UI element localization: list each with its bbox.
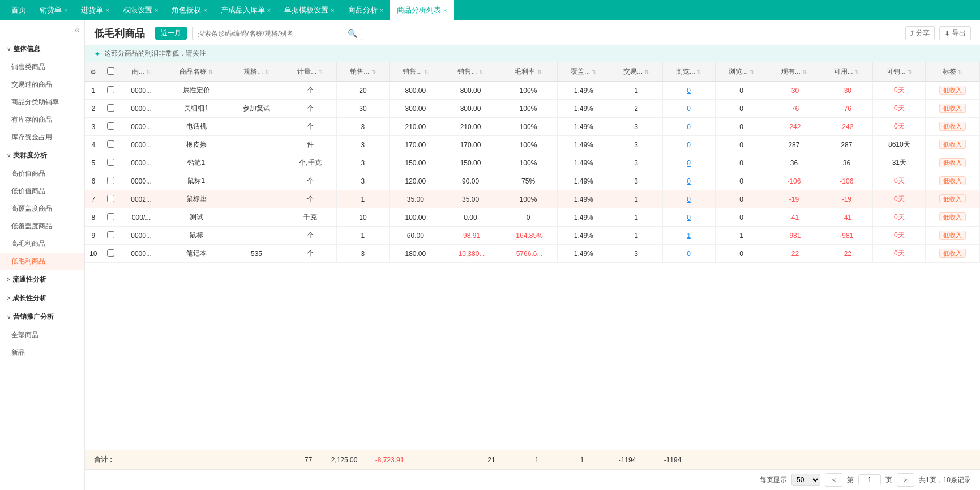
cell-view1[interactable]: 0 bbox=[662, 82, 715, 100]
row-checkbox[interactable] bbox=[107, 159, 114, 166]
cell-checkbox[interactable] bbox=[102, 118, 119, 136]
col-header-view1[interactable]: 浏览... ⇅ bbox=[662, 62, 715, 82]
sidebar-item-有库存的商品[interactable]: 有库存的商品 bbox=[0, 111, 84, 129]
col-header-code[interactable]: 商... ⇅ bbox=[119, 62, 164, 82]
sidebar-item-交易过的商品[interactable]: 交易过的商品 bbox=[0, 76, 84, 93]
select-all-checkbox[interactable] bbox=[107, 67, 114, 75]
cell-view1[interactable]: 1 bbox=[662, 227, 715, 245]
cell-view1[interactable]: 0 bbox=[662, 118, 715, 136]
row-checkbox[interactable] bbox=[107, 213, 114, 220]
row-checkbox[interactable] bbox=[107, 122, 114, 130]
row-checkbox[interactable] bbox=[107, 140, 114, 148]
nav-item-商品分析[interactable]: 商品分析× bbox=[341, 0, 390, 20]
nav-item-角色授权[interactable]: 角色授权× bbox=[165, 0, 213, 20]
col-header-trade[interactable]: 交易... ⇅ bbox=[610, 62, 662, 82]
cell-view1[interactable]: 0 bbox=[662, 136, 715, 154]
sidebar-item-新品[interactable]: 新品 bbox=[0, 344, 84, 361]
cell-tag[interactable]: 低收入 bbox=[926, 172, 980, 190]
cell-view1[interactable]: 0 bbox=[662, 172, 715, 190]
nav-close-icon[interactable]: × bbox=[331, 7, 334, 14]
sidebar-item-库存资金占用[interactable]: 库存资金占用 bbox=[0, 129, 84, 146]
nav-close-icon[interactable]: × bbox=[380, 7, 383, 14]
sidebar-group-title[interactable]: ∨营销推广分析 bbox=[0, 308, 84, 326]
col-header-settings[interactable]: ⚙ bbox=[85, 62, 102, 82]
col-header-unit[interactable]: 计量... ⇅ bbox=[284, 62, 337, 82]
col-header-view2[interactable]: 浏览... ⇅ bbox=[715, 62, 768, 82]
nav-item-商品分析列表[interactable]: 商品分析列表× bbox=[390, 0, 453, 20]
sidebar-group-title[interactable]: >流通性分析 bbox=[0, 270, 84, 289]
row-checkbox[interactable] bbox=[107, 104, 114, 112]
sidebar-item-高毛利商品[interactable]: 高毛利商品 bbox=[0, 235, 84, 253]
sidebar-item-低覆盖度商品[interactable]: 低覆盖度商品 bbox=[0, 218, 84, 235]
col-header-spec[interactable]: 规格... ⇅ bbox=[229, 62, 284, 82]
cell-view1[interactable]: 0 bbox=[662, 245, 715, 263]
col-header-coverage[interactable]: 覆盖... ⇅ bbox=[557, 62, 610, 82]
cell-tag[interactable]: 低收入 bbox=[926, 208, 980, 227]
sidebar-item-低毛利商品[interactable]: 低毛利商品 bbox=[0, 253, 84, 270]
col-header-sales_profit[interactable]: 销售... ⇅ bbox=[442, 62, 499, 82]
sidebar-item-商品分类助销率[interactable]: 商品分类助销率 bbox=[0, 93, 84, 111]
col-header-current[interactable]: 现有... ⇅ bbox=[768, 62, 820, 82]
row-checkbox[interactable] bbox=[107, 177, 114, 184]
sidebar-item-高覆盖度商品[interactable]: 高覆盖度商品 bbox=[0, 200, 84, 218]
page-input[interactable] bbox=[858, 474, 881, 485]
share-button[interactable]: ⤴ 分享 bbox=[905, 26, 935, 40]
cell-checkbox[interactable] bbox=[102, 190, 119, 208]
sidebar-item-全部商品[interactable]: 全部商品 bbox=[0, 326, 84, 344]
nav-item-首页[interactable]: 首页 bbox=[5, 0, 33, 20]
sidebar-item-低价值商品[interactable]: 低价值商品 bbox=[0, 182, 84, 200]
sidebar-group-title[interactable]: ∨类群度分析 bbox=[0, 146, 84, 165]
date-filter-button[interactable]: 近一月 bbox=[155, 27, 187, 40]
row-checkbox[interactable] bbox=[107, 86, 114, 93]
sidebar-collapse-button[interactable]: « bbox=[0, 20, 84, 40]
nav-item-销货单[interactable]: 销货单× bbox=[33, 0, 74, 20]
cell-checkbox[interactable] bbox=[102, 154, 119, 172]
cell-tag[interactable]: 低收入 bbox=[926, 82, 980, 100]
sidebar-item-高价值商品[interactable]: 高价值商品 bbox=[0, 165, 84, 182]
row-checkbox[interactable] bbox=[107, 231, 114, 238]
col-header-sales_amount[interactable]: 销售... ⇅ bbox=[389, 62, 442, 82]
cell-tag[interactable]: 低收入 bbox=[926, 227, 980, 245]
sidebar-group-title[interactable]: >成长性分析 bbox=[0, 289, 84, 308]
col-header-checkbox[interactable] bbox=[102, 62, 119, 82]
col-header-tag[interactable]: 标签 ⇅ bbox=[926, 62, 980, 82]
col-header-name[interactable]: 商品名称 ⇅ bbox=[164, 62, 229, 82]
nav-item-进货单[interactable]: 进货单× bbox=[74, 0, 115, 20]
cell-tag[interactable]: 低收入 bbox=[926, 190, 980, 208]
cell-checkbox[interactable] bbox=[102, 100, 119, 118]
cell-view1[interactable]: 0 bbox=[662, 190, 715, 208]
cell-checkbox[interactable] bbox=[102, 172, 119, 190]
cell-view1[interactable]: 0 bbox=[662, 154, 715, 172]
col-header-gross_margin[interactable]: 毛利率 ⇅ bbox=[499, 62, 558, 82]
cell-checkbox[interactable] bbox=[102, 227, 119, 245]
nav-close-icon[interactable]: × bbox=[267, 7, 271, 14]
nav-item-权限设置[interactable]: 权限设置× bbox=[116, 0, 165, 20]
next-page-button[interactable]: ＞ bbox=[897, 473, 914, 487]
cell-checkbox[interactable] bbox=[102, 208, 119, 227]
export-button[interactable]: ⬇ 导出 bbox=[939, 26, 971, 40]
row-checkbox[interactable] bbox=[107, 249, 114, 257]
cell-tag[interactable]: 低收入 bbox=[926, 118, 980, 136]
nav-close-icon[interactable]: × bbox=[443, 7, 447, 14]
cell-tag[interactable]: 低收入 bbox=[926, 245, 980, 263]
col-header-sales_count[interactable]: 销售... ⇅ bbox=[336, 62, 389, 82]
nav-close-icon[interactable]: × bbox=[64, 7, 67, 14]
col-header-available[interactable]: 可用... ⇅ bbox=[820, 62, 873, 82]
search-input[interactable] bbox=[198, 29, 348, 37]
cell-view1[interactable]: 0 bbox=[662, 208, 715, 227]
sidebar-group-title[interactable]: ∨整体信息 bbox=[0, 40, 84, 58]
cell-checkbox[interactable] bbox=[102, 136, 119, 154]
nav-close-icon[interactable]: × bbox=[203, 7, 207, 14]
nav-close-icon[interactable]: × bbox=[155, 7, 158, 14]
prev-page-button[interactable]: ＜ bbox=[825, 473, 842, 487]
nav-close-icon[interactable]: × bbox=[105, 7, 109, 14]
nav-item-单据模板设置[interactable]: 单据模板设置× bbox=[277, 0, 341, 20]
cell-tag[interactable]: 低收入 bbox=[926, 100, 980, 118]
cell-tag[interactable]: 低收入 bbox=[926, 136, 980, 154]
col-header-saleable[interactable]: 可销... ⇅ bbox=[873, 62, 926, 82]
row-checkbox[interactable] bbox=[107, 195, 114, 202]
cell-checkbox[interactable] bbox=[102, 82, 119, 100]
nav-item-产成品入库单[interactable]: 产成品入库单× bbox=[214, 0, 277, 20]
sidebar-item-销售类商品[interactable]: 销售类商品 bbox=[0, 58, 84, 76]
per-page-select[interactable]: 50 100 bbox=[791, 474, 820, 486]
